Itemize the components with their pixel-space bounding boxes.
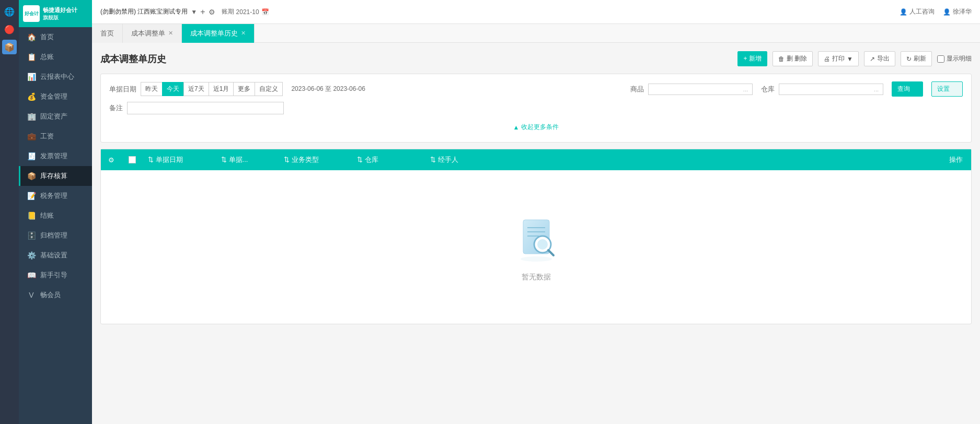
remark-input[interactable] bbox=[127, 102, 284, 114]
col-warehouse[interactable]: ⇅ 仓库 bbox=[352, 155, 425, 164]
select-all-checkbox[interactable] bbox=[129, 156, 136, 163]
sidebar-item-reports[interactable]: 📊云报表中心 bbox=[19, 67, 92, 87]
export-label: 导出 bbox=[877, 54, 890, 63]
icon-strip-red[interactable]: 🔴 bbox=[2, 22, 17, 37]
settings-icon[interactable]: ⚙ bbox=[209, 8, 215, 16]
sidebar-item-home[interactable]: 🏠首页 bbox=[19, 27, 92, 47]
sidebar-item-salary[interactable]: 💼工资 bbox=[19, 126, 92, 146]
filter-date: 单据日期 昨天今天近7天近1月更多自定义 bbox=[109, 82, 283, 96]
export-button[interactable]: ↗ 导出 bbox=[864, 51, 895, 66]
col-type[interactable]: ⇅ 业务类型 bbox=[279, 155, 352, 164]
nav-icon-guide: 📖 bbox=[27, 271, 36, 279]
col-handler[interactable]: ⇅ 经手人 bbox=[425, 155, 498, 164]
refresh-label: 刷新 bbox=[914, 54, 926, 63]
user-service[interactable]: 👤 人工咨询 bbox=[900, 7, 935, 16]
logo-icon: 好会计 bbox=[23, 5, 40, 22]
svg-point-0 bbox=[521, 256, 552, 262]
nav-label-guide: 新手引导 bbox=[40, 270, 67, 280]
service-label: 人工咨询 bbox=[909, 7, 935, 16]
sidebar-item-funds[interactable]: 💰资金管理 bbox=[19, 87, 92, 107]
warehouse-select[interactable]: ... bbox=[779, 84, 883, 95]
calendar-icon[interactable]: 📅 bbox=[261, 8, 269, 16]
date-btn-4[interactable]: 更多 bbox=[233, 82, 255, 96]
delete-label: 删 删除 bbox=[787, 54, 807, 63]
sidebar-nav: 🏠首页📋总账📊云报表中心💰资金管理🏢固定资产💼工资🧾发票管理📦库存核算📝税务管理… bbox=[19, 27, 92, 424]
nav-icon-salary: 💼 bbox=[27, 132, 36, 140]
product-more: ... bbox=[743, 86, 748, 92]
sidebar-item-inventory[interactable]: 📦库存核算 bbox=[19, 166, 92, 186]
icon-strip-active[interactable]: 📦 bbox=[2, 40, 17, 54]
refresh-icon: ↻ bbox=[906, 55, 912, 63]
sidebar-item-guide[interactable]: 📖新手引导 bbox=[19, 265, 92, 285]
col-date[interactable]: ⇅ 单据日期 bbox=[143, 155, 216, 164]
date-btn-5[interactable]: 自定义 bbox=[255, 82, 283, 96]
col-no[interactable]: ⇅ 单据... bbox=[216, 155, 279, 164]
print-button[interactable]: 🖨 打印 ▼ bbox=[818, 51, 859, 66]
tab-label-cost-adjust: 成本调整单 bbox=[131, 29, 165, 38]
icon-strip-social[interactable]: 🌐 bbox=[2, 4, 17, 19]
add-icon[interactable]: + bbox=[200, 7, 205, 17]
nav-icon-closing: 📒 bbox=[27, 211, 36, 220]
refresh-button[interactable]: ↻ 刷新 bbox=[901, 51, 932, 66]
nav-label-vip: 畅会员 bbox=[40, 290, 61, 300]
date-btn-3[interactable]: 近1月 bbox=[209, 82, 234, 96]
empty-state: 暂无数据 bbox=[101, 170, 971, 324]
nav-label-fixed: 固定资产 bbox=[40, 112, 67, 121]
sidebar-item-ledger[interactable]: 📋总账 bbox=[19, 47, 92, 67]
collapse-icon: ▲ bbox=[513, 124, 520, 131]
tab-home[interactable]: 首页 bbox=[92, 24, 123, 43]
table-settings-btn[interactable]: ⚙ bbox=[101, 149, 122, 170]
query-button[interactable]: 查询 bbox=[892, 81, 923, 97]
date-btn-1[interactable]: 今天 bbox=[162, 82, 183, 96]
sidebar-item-closing[interactable]: 📒结账 bbox=[19, 206, 92, 226]
collapse-label: 收起更多条件 bbox=[521, 123, 559, 132]
period-info: 账期 2021-10 📅 bbox=[222, 7, 269, 16]
svg-point-7 bbox=[537, 239, 548, 250]
nav-icon-invoice: 🧾 bbox=[27, 152, 36, 160]
nav-label-invoice: 发票管理 bbox=[40, 151, 67, 161]
date-label: 单据日期 bbox=[109, 85, 136, 94]
filter-remark: 备注 bbox=[109, 102, 284, 114]
delete-button[interactable]: 🗑 删 删除 bbox=[773, 51, 813, 66]
tab-close-cost-adjust-history[interactable]: ✕ bbox=[241, 30, 246, 37]
sidebar-item-fixed[interactable]: 🏢固定资产 bbox=[19, 107, 92, 126]
date-btn-2[interactable]: 近7天 bbox=[183, 82, 209, 96]
nav-icon-vip: V bbox=[27, 291, 36, 299]
col-warehouse-label: ⇅ 仓库 bbox=[357, 155, 378, 164]
sidebar-item-settings[interactable]: ⚙️基础设置 bbox=[19, 245, 92, 265]
sidebar-item-tax[interactable]: 📝税务管理 bbox=[19, 186, 92, 206]
display-cols-checkbox[interactable] bbox=[937, 55, 944, 63]
export-icon: ↗ bbox=[870, 55, 875, 63]
remark-label: 备注 bbox=[109, 103, 123, 113]
page-actions: + 新增 🗑 删 删除 🖨 打印 ▼ ↗ 导出 ↻ bbox=[737, 51, 972, 66]
nav-icon-archive: 🗄️ bbox=[27, 231, 36, 240]
sidebar-item-archive[interactable]: 🗄️归档管理 bbox=[19, 226, 92, 245]
sidebar-item-invoice[interactable]: 🧾发票管理 bbox=[19, 146, 92, 166]
new-button[interactable]: + 新增 bbox=[737, 51, 767, 66]
company-selector[interactable]: (勿删勿禁用) 江西账宝测试专用 ▼ + ⚙ bbox=[100, 7, 215, 17]
date-btn-0[interactable]: 昨天 bbox=[141, 82, 162, 96]
company-name: (勿删勿禁用) 江西账宝测试专用 bbox=[100, 7, 188, 16]
sidebar-item-vip[interactable]: V畅会员 bbox=[19, 285, 92, 305]
nav-icon-settings: ⚙️ bbox=[27, 251, 36, 260]
filter-warehouse: 仓库 ... bbox=[761, 84, 883, 95]
user-info[interactable]: 👤 徐泽华 bbox=[943, 7, 972, 16]
nav-label-settings: 基础设置 bbox=[40, 251, 67, 260]
nav-label-tax: 税务管理 bbox=[40, 191, 67, 201]
collapse-btn[interactable]: ▲ 收起更多条件 bbox=[109, 120, 963, 135]
tab-cost-adjust[interactable]: 成本调整单✕ bbox=[123, 24, 182, 43]
service-icon: 👤 bbox=[900, 8, 907, 16]
tab-cost-adjust-history[interactable]: 成本调整单历史✕ bbox=[182, 24, 255, 43]
filter-settings-button[interactable]: 设置 bbox=[931, 81, 963, 97]
filter-product: 商品 ... bbox=[630, 84, 753, 95]
filter-row-remark: 备注 bbox=[109, 102, 963, 114]
product-label: 商品 bbox=[630, 85, 644, 94]
delete-icon: 🗑 bbox=[778, 55, 785, 63]
nav-label-reports: 云报表中心 bbox=[40, 72, 74, 81]
tab-close-cost-adjust[interactable]: ✕ bbox=[168, 30, 173, 37]
logo-text: 畅捷通好会计 旗舰版 bbox=[43, 6, 77, 20]
product-select[interactable]: ... bbox=[648, 84, 753, 95]
period-value: 2021-10 bbox=[236, 8, 259, 16]
dropdown-icon: ▼ bbox=[191, 8, 197, 16]
display-cols-toggle[interactable]: 显示明细 bbox=[937, 54, 972, 63]
